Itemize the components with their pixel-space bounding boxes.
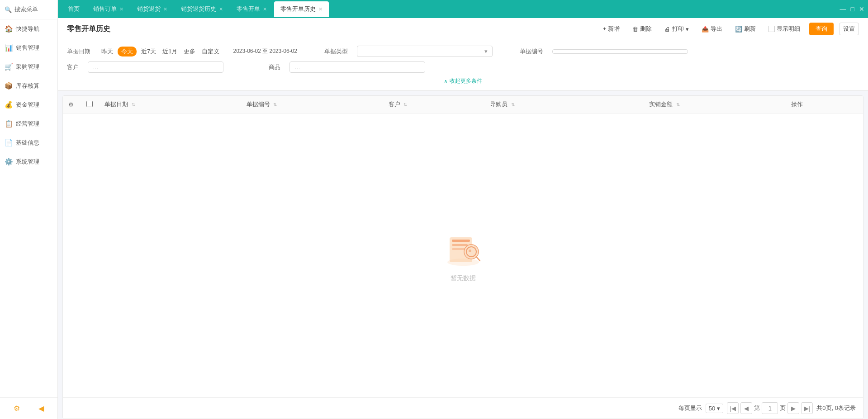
- settings-label: 设置: [843, 25, 855, 33]
- svg-rect-3: [452, 244, 468, 246]
- tab-retail-open-label: 零售开单: [237, 5, 260, 13]
- sidebar-item-purchase[interactable]: 🛒 采购管理: [0, 57, 57, 76]
- collapse-sidebar-icon[interactable]: ◀: [38, 404, 44, 413]
- export-button[interactable]: 📤 导出: [698, 23, 726, 35]
- display-button[interactable]: 显示明细: [765, 23, 804, 35]
- col-date[interactable]: 单据日期 ⇅: [99, 96, 241, 113]
- goods-input[interactable]: …: [289, 61, 425, 73]
- page-last-btn[interactable]: ▶|: [801, 402, 813, 414]
- page-label-before: 第: [754, 404, 760, 412]
- sort-customer-icon: ⇅: [403, 102, 407, 107]
- shortcut-7days[interactable]: 近7天: [139, 47, 158, 56]
- window-controls: — □ ✕: [840, 5, 864, 13]
- col-customer[interactable]: 客户 ⇅: [383, 96, 485, 113]
- sidebar-item-inventory[interactable]: 📦 库存核算: [0, 76, 57, 95]
- svg-rect-4: [452, 248, 465, 250]
- tab-retail-open-history-close[interactable]: ✕: [318, 6, 323, 12]
- refresh-button[interactable]: 🔄 刷新: [731, 23, 759, 35]
- refresh-icon: 🔄: [735, 26, 742, 33]
- display-checkbox[interactable]: [768, 26, 775, 32]
- purchase-icon: 🛒: [5, 63, 13, 71]
- collapse-label: 收起更多条件: [450, 77, 482, 85]
- filter-area: 单据日期 昨天 今天 近7天 近1月 更多 自定义 2023-06-02 至 2…: [58, 40, 868, 91]
- page-nav: |◀ ◀ 第 页 ▶ ▶|: [727, 402, 813, 414]
- shortcut-yesterday[interactable]: 昨天: [100, 47, 115, 56]
- minimize-btn[interactable]: —: [840, 5, 846, 13]
- col-number[interactable]: 单据编号 ⇅: [241, 96, 383, 113]
- tab-retail-open-close[interactable]: ✕: [263, 6, 267, 12]
- settings-col-icon[interactable]: ⚙: [68, 101, 74, 108]
- sidebar-item-sales[interactable]: 📊 销售管理: [0, 38, 57, 57]
- shortcut-more[interactable]: 更多: [182, 47, 197, 56]
- basic-info-icon: 📄: [5, 139, 13, 147]
- shortcut-today[interactable]: 今天: [118, 47, 137, 56]
- tab-home[interactable]: 首页: [62, 1, 86, 17]
- col-salesperson[interactable]: 导购员 ⇅: [484, 96, 606, 113]
- main-area: 首页 销售订单 ✕ 销货退货 ✕ 销货退货历史 ✕ 零售开单 ✕ 零售开单历史 …: [58, 0, 868, 419]
- sidebar-search[interactable]: 🔍 搜索采单: [0, 0, 57, 19]
- page-first-btn[interactable]: |◀: [727, 402, 739, 414]
- delete-button[interactable]: 🗑 删除: [629, 23, 655, 35]
- maximize-btn[interactable]: □: [851, 5, 854, 13]
- sidebar-item-label: 经营管理: [16, 120, 39, 128]
- page-next-btn[interactable]: ▶: [787, 402, 799, 414]
- sort-number-icon: ⇅: [273, 102, 277, 107]
- col-salesperson-label: 导购员: [490, 101, 508, 108]
- query-button[interactable]: 查询: [809, 23, 834, 35]
- page-size-select[interactable]: 50 ▾: [706, 404, 723, 413]
- shortcut-1month[interactable]: 近1月: [161, 47, 179, 56]
- sidebar-item-basic-info[interactable]: 📄 基础信息: [0, 133, 57, 152]
- query-label: 查询: [816, 25, 827, 33]
- tab-sales-order-close[interactable]: ✕: [119, 6, 123, 12]
- number-label: 单据编号: [520, 47, 543, 56]
- sidebar-item-label: 系统管理: [16, 158, 39, 166]
- sidebar-item-finance[interactable]: 💰 资金管理: [0, 95, 57, 114]
- type-select[interactable]: ▾: [357, 46, 493, 57]
- tab-sales-order[interactable]: 销售订单 ✕: [87, 1, 130, 17]
- sidebar-item-label: 基础信息: [16, 139, 39, 147]
- tab-sales-return-close[interactable]: ✕: [163, 6, 167, 12]
- sidebar-item-quick-nav[interactable]: 🏠 快捷导航: [0, 19, 57, 38]
- system-icon: ⚙️: [5, 158, 13, 166]
- col-amount[interactable]: 实销金额 ⇅: [644, 96, 786, 113]
- page-size-value: 50: [709, 405, 715, 412]
- close-btn[interactable]: ✕: [859, 5, 864, 13]
- tab-sales-return-history[interactable]: 销货退货历史 ✕: [175, 1, 229, 17]
- customer-input[interactable]: …: [88, 61, 223, 73]
- col-date-label: 单据日期: [104, 101, 128, 108]
- sidebar-item-operations[interactable]: 📋 经营管理: [0, 114, 57, 133]
- empty-text: 暂无数据: [451, 274, 476, 282]
- settings-bottom-icon[interactable]: ⚙: [14, 404, 20, 413]
- content-area: 零售开单历史 + 新增 🗑 删除 🖨 打印 ▾ 📤 导出 🔄: [58, 18, 868, 419]
- col-action-label: 操作: [791, 101, 803, 108]
- collapse-up-icon: ∧: [444, 78, 448, 85]
- tab-retail-open[interactable]: 零售开单 ✕: [230, 1, 273, 17]
- type-dropdown-icon: ▾: [484, 48, 488, 55]
- shortcut-custom[interactable]: 自定义: [200, 47, 221, 56]
- tab-sales-return[interactable]: 销货退货 ✕: [131, 1, 174, 17]
- select-all-checkbox[interactable]: [86, 101, 93, 107]
- sidebar-item-label: 快捷导航: [16, 25, 39, 33]
- number-input[interactable]: [552, 49, 688, 54]
- page-header: 零售开单历史 + 新增 🗑 删除 🖨 打印 ▾ 📤 导出 🔄: [58, 18, 868, 40]
- type-label: 单据类型: [324, 47, 348, 56]
- pagination: 每页显示 50 ▾ |◀ ◀ 第 页 ▶ ▶| 共0页, 0条记录: [63, 397, 863, 419]
- sidebar-item-system[interactable]: ⚙️ 系统管理: [0, 152, 57, 171]
- col-number-label: 单据编号: [247, 101, 270, 108]
- svg-line-7: [476, 257, 480, 261]
- finance-icon: 💰: [5, 101, 13, 109]
- data-table: ⚙ 单据日期 ⇅ 单据编号 ⇅: [63, 96, 863, 113]
- customer-placeholder: …: [93, 64, 99, 71]
- print-button[interactable]: 🖨 打印 ▾: [661, 23, 693, 35]
- settings-button[interactable]: 设置: [839, 23, 859, 35]
- toolbar: + 新增 🗑 删除 🖨 打印 ▾ 📤 导出 🔄 刷新: [599, 23, 859, 35]
- collapse-bar[interactable]: ∧ 收起更多条件: [67, 77, 859, 85]
- tab-retail-open-history[interactable]: 零售开单历史 ✕: [274, 1, 329, 17]
- add-button[interactable]: + 新增: [599, 23, 623, 35]
- page-prev-btn[interactable]: ◀: [740, 402, 752, 414]
- sidebar-item-label: 采购管理: [16, 63, 39, 71]
- page-number-input[interactable]: [762, 402, 778, 414]
- date-label: 单据日期: [67, 47, 90, 56]
- col-action: 操作: [786, 96, 863, 113]
- tab-sales-return-history-close[interactable]: ✕: [219, 6, 223, 12]
